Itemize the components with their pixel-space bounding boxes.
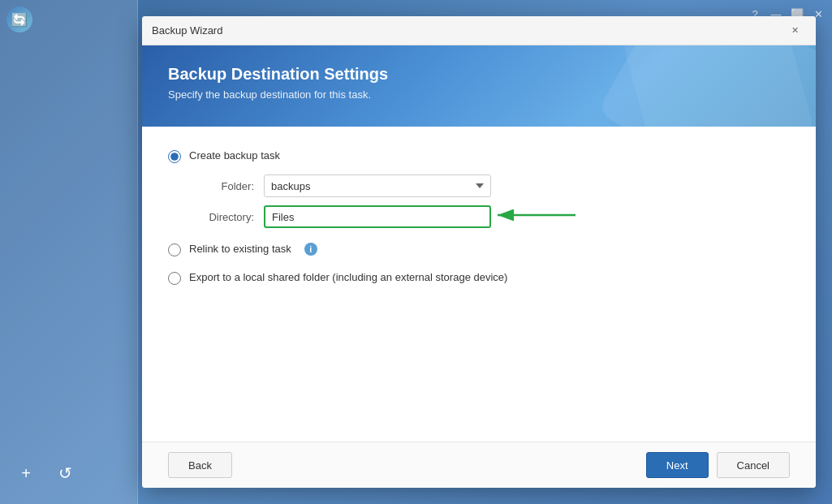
- directory-wrapper: [264, 205, 491, 228]
- wizard-body: Create backup task Folder: backups volum…: [142, 127, 816, 442]
- export-option-item: Export to a local shared folder (includi…: [168, 271, 790, 285]
- window-title: Backup Wizard: [152, 24, 222, 37]
- cancel-button[interactable]: Cancel: [717, 452, 790, 478]
- folder-row: Folder: backups volume1 volume2: [189, 174, 790, 197]
- directory-label: Directory:: [189, 211, 254, 223]
- window-controls: ✕: [787, 23, 803, 39]
- export-label[interactable]: Export to a local shared folder (includi…: [189, 271, 507, 283]
- wizard-header-subtitle: Specify the backup destination for this …: [168, 88, 790, 101]
- window-close-btn[interactable]: ✕: [787, 23, 803, 39]
- directory-input[interactable]: [264, 205, 491, 228]
- create-backup-fields: Folder: backups volume1 volume2 Director…: [168, 174, 790, 228]
- directory-row: Directory:: [189, 205, 790, 228]
- add-task-button[interactable]: +: [13, 460, 39, 486]
- relink-label[interactable]: Relink to existing task: [189, 243, 291, 255]
- next-button[interactable]: Next: [646, 452, 709, 478]
- back-button[interactable]: Back: [168, 452, 232, 478]
- directory-arrow-annotation: [488, 204, 577, 226]
- wizard-header: Backup Destination Settings Specify the …: [142, 45, 816, 127]
- taskbar: + ↺: [0, 0, 138, 504]
- export-radio[interactable]: [168, 272, 181, 285]
- create-backup-radio[interactable]: [168, 150, 181, 163]
- relink-option-item: Relink to existing task i: [168, 243, 790, 256]
- wizard-footer: Back Next Cancel: [142, 442, 816, 488]
- relink-info-icon[interactable]: i: [304, 243, 317, 256]
- restore-button[interactable]: ↺: [52, 460, 78, 486]
- folder-select[interactable]: backups volume1 volume2: [264, 174, 491, 197]
- wizard-window: Backup Wizard ✕ Backup Destination Setti…: [142, 16, 816, 488]
- folder-label: Folder:: [189, 180, 254, 192]
- window-titlebar: Backup Wizard ✕: [142, 16, 816, 45]
- relink-radio[interactable]: [168, 243, 181, 256]
- option-group: Create backup task Folder: backups volum…: [168, 149, 790, 285]
- taskbar-bottom: + ↺: [0, 450, 137, 496]
- create-backup-label[interactable]: Create backup task: [189, 149, 280, 162]
- create-backup-option-item: Create backup task: [168, 149, 790, 163]
- wizard-header-title: Backup Destination Settings: [168, 65, 790, 84]
- option-create-backup: Create backup task Folder: backups volum…: [168, 149, 790, 228]
- footer-right-buttons: Next Cancel: [646, 452, 790, 478]
